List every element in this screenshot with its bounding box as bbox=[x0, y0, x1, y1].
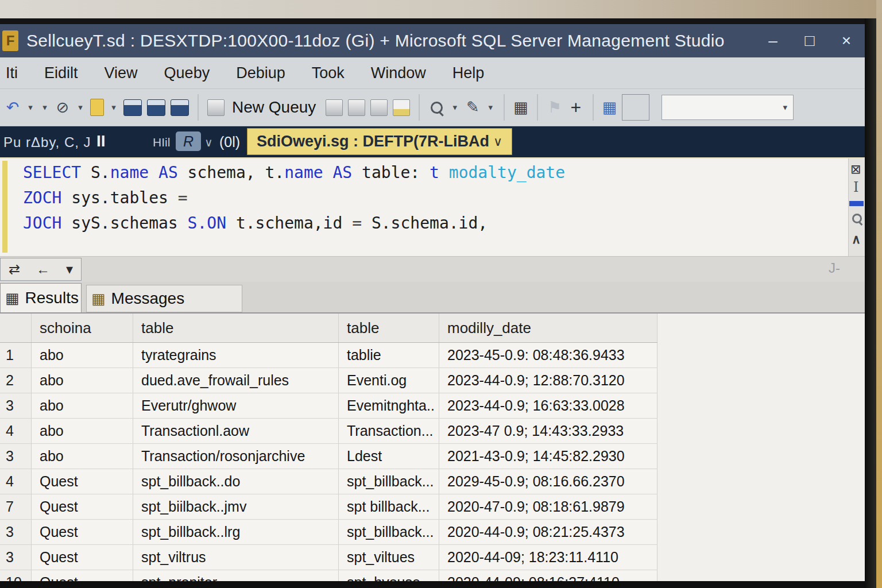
menu-item-iti[interactable]: Iti bbox=[6, 64, 18, 82]
results-grid-icon[interactable]: ▦ bbox=[602, 99, 617, 115]
query-icon[interactable] bbox=[207, 99, 225, 116]
cell[interactable]: Transaction/rosonjarchive bbox=[133, 444, 339, 469]
chevron-down-icon[interactable]: ▾ bbox=[780, 102, 790, 113]
tab-results[interactable]: ▦ Results bbox=[0, 283, 82, 312]
column-header[interactable]: table bbox=[339, 314, 439, 342]
cell[interactable]: spt_billback... bbox=[339, 520, 439, 544]
cell[interactable]: spt_nronitor bbox=[133, 570, 339, 581]
menu-item-queby[interactable]: Queby bbox=[164, 64, 210, 82]
back-arrow-icon[interactable]: ← bbox=[36, 261, 50, 277]
row-number[interactable]: 3 bbox=[0, 545, 32, 570]
redo-dropdown-icon[interactable]: ▾ bbox=[40, 102, 49, 113]
table-row[interactable]: 7Questspt_biilback..jmvspt billback...20… bbox=[0, 494, 657, 520]
menu-item-debiup[interactable]: Debiup bbox=[236, 64, 285, 82]
cell[interactable]: 2020-44-09; 08:16:37:4110 bbox=[439, 570, 657, 581]
chevron-down-icon[interactable]: ∨ bbox=[204, 136, 213, 149]
cell[interactable]: tyrategrains bbox=[133, 343, 339, 368]
row-number[interactable]: 10 bbox=[0, 570, 32, 581]
menu-item-help[interactable]: Help bbox=[452, 64, 485, 82]
pause-icon[interactable]: II bbox=[96, 132, 106, 150]
cell[interactable]: spt_billback..do bbox=[133, 469, 339, 494]
cell[interactable]: Evemitnghta.. bbox=[339, 393, 439, 418]
cell[interactable]: spt_hvouse bbox=[339, 570, 439, 581]
sync-icon[interactable]: ⇄ bbox=[9, 261, 20, 277]
cell[interactable]: abo bbox=[32, 419, 133, 443]
cell[interactable]: spt_biilback..jmv bbox=[133, 494, 339, 519]
scrollbar-thumb[interactable] bbox=[849, 201, 864, 206]
row-number[interactable]: 1 bbox=[0, 343, 32, 368]
chevron-down-icon[interactable]: ▾ bbox=[66, 261, 73, 277]
cell[interactable]: Transactionl.aow bbox=[133, 419, 339, 443]
cell[interactable]: tablie bbox=[339, 343, 439, 368]
zoom-icon[interactable] bbox=[852, 214, 862, 223]
column-header[interactable]: schoina bbox=[32, 314, 133, 342]
cell[interactable]: Everutr/ghwow bbox=[133, 393, 339, 418]
cell[interactable]: 2023-44-0.9; 16:63:33.0028 bbox=[439, 393, 657, 418]
row-number[interactable]: 2 bbox=[0, 368, 32, 393]
cell[interactable]: dued.ave_frowail_rules bbox=[133, 368, 339, 393]
toolbar-combobox[interactable]: ▾ bbox=[662, 95, 794, 120]
corner-header[interactable] bbox=[0, 314, 32, 342]
undo-dropdown-icon[interactable]: ▾ bbox=[26, 102, 35, 113]
row-number[interactable]: 7 bbox=[0, 494, 32, 519]
print-preview-icon[interactable] bbox=[393, 99, 410, 116]
flag-icon[interactable]: ⚑ bbox=[547, 99, 563, 116]
tab-messages[interactable]: ▦ Messages bbox=[86, 285, 242, 312]
new-file-icon[interactable] bbox=[90, 99, 104, 116]
cell[interactable]: 2021-43-0.9; 14:45:82.2930 bbox=[439, 444, 657, 469]
menu-item-window[interactable]: Window bbox=[371, 64, 426, 82]
undo-icon[interactable]: ↶ bbox=[5, 99, 21, 116]
row-number[interactable]: 3 bbox=[0, 444, 32, 469]
table-row[interactable]: 10Questspt_nronitorspt_hvouse2020-44-09;… bbox=[0, 570, 657, 581]
cell[interactable]: 2020-44-0.9; 08:21:25.4373 bbox=[439, 520, 657, 544]
cell[interactable]: 2023-47 0.9; 14:43:33.2933 bbox=[439, 419, 657, 443]
chevron-down-icon[interactable]: ∨ bbox=[493, 134, 502, 149]
cell[interactable]: abo bbox=[32, 444, 133, 469]
search-icon[interactable] bbox=[431, 102, 443, 114]
cell[interactable]: 2029-45-0.9; 08:16.66.2370 bbox=[439, 469, 657, 494]
cell[interactable]: abo bbox=[32, 393, 133, 418]
add-icon[interactable]: + bbox=[568, 99, 584, 116]
table-row[interactable]: 4aboTransactionl.aowTransaction...2023-4… bbox=[0, 419, 657, 444]
chevron-up-icon[interactable]: ∧ bbox=[852, 232, 861, 247]
copy-icon[interactable] bbox=[348, 99, 365, 116]
code-line[interactable]: SELECT S.name AS schema, t.name AS table… bbox=[23, 160, 565, 185]
table-row[interactable]: 1abotyrategrainstablie2023-45-0.9: 08:48… bbox=[0, 343, 657, 368]
cell[interactable]: abo bbox=[32, 343, 133, 368]
cell[interactable]: Quest bbox=[32, 469, 133, 494]
cell[interactable]: Eventi.og bbox=[339, 368, 439, 393]
code-line[interactable]: JOCH syS.schemas S.ON t.schema,id = S.sc… bbox=[23, 211, 565, 236]
new-query-button[interactable]: New Queuy bbox=[232, 98, 316, 117]
cell[interactable]: 2020-44-09; 18:23:11.4110 bbox=[439, 545, 657, 570]
table-row[interactable]: 3Questspt_billback..lrgspt_billback...20… bbox=[0, 520, 657, 545]
map-mode-icon[interactable]: ⊠ bbox=[850, 162, 861, 177]
cell[interactable]: Quest bbox=[32, 570, 133, 581]
open-file-icon[interactable] bbox=[123, 99, 142, 116]
row-number[interactable]: 3 bbox=[0, 393, 32, 418]
save-icon[interactable] bbox=[147, 99, 165, 116]
execute-dropdown-icon[interactable]: ▾ bbox=[486, 102, 495, 113]
row-number[interactable]: 3 bbox=[0, 520, 32, 544]
close-button[interactable]: × bbox=[828, 24, 865, 57]
cell[interactable]: spt_billback..lrg bbox=[133, 520, 339, 544]
save-all-icon[interactable] bbox=[171, 99, 189, 116]
editor-scrollbar[interactable]: ⊠ I ∧ bbox=[848, 158, 865, 256]
column-header[interactable]: modilly_date bbox=[439, 314, 657, 342]
paste-icon[interactable] bbox=[370, 99, 388, 116]
database-combobox[interactable]: SdiOweyi.sg : DEFTP(7R-LiBAd ∨ bbox=[247, 128, 512, 155]
cell[interactable]: Quest bbox=[32, 494, 133, 519]
cell[interactable]: spt_viltrus bbox=[133, 545, 339, 570]
cell[interactable]: 2023-45-0.9: 08:48:36.9433 bbox=[439, 343, 657, 368]
table-row[interactable]: 3Questspt_viltrusspt_viltues2020-44-09; … bbox=[0, 545, 657, 570]
cell[interactable]: spt_viltues bbox=[339, 545, 439, 570]
menu-item-eidilt[interactable]: Eidilt bbox=[44, 64, 78, 82]
cell[interactable]: Transaction... bbox=[339, 419, 439, 443]
run-button[interactable]: R bbox=[176, 131, 201, 151]
code-lines[interactable]: SELECT S.name AS schema, t.name AS table… bbox=[23, 160, 565, 236]
row-number[interactable]: 4 bbox=[0, 419, 32, 443]
cell[interactable]: 2023-44-0.9; 12:88:70.3120 bbox=[439, 368, 657, 393]
navigate-back-icon[interactable]: ⊘ bbox=[55, 99, 71, 116]
maximize-button[interactable]: □ bbox=[791, 24, 828, 57]
cell[interactable]: spt billback... bbox=[339, 494, 439, 519]
cell[interactable]: Quest bbox=[32, 545, 133, 570]
